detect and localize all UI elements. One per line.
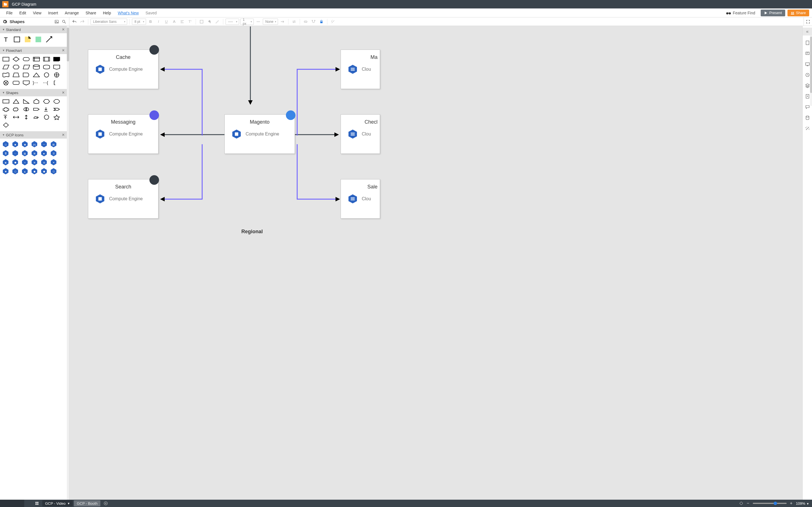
collapse-dock-button[interactable]: « [803, 27, 812, 36]
section-gcp-header[interactable]: ▼ GCP Icons × [0, 131, 67, 138]
text-tool[interactable]: T [2, 36, 10, 43]
gcp-shape[interactable]: ✱ [2, 168, 9, 175]
gcp-shape[interactable]: ⬟ [41, 168, 47, 175]
flowchart-shape[interactable]: ⋯{ [43, 80, 50, 86]
menu-file[interactable]: File [3, 8, 16, 17]
dock-magic-button[interactable] [804, 125, 811, 132]
gcp-shape[interactable]: ✦ [50, 159, 57, 166]
basic-shape[interactable] [2, 99, 10, 104]
connector[interactable] [295, 66, 342, 137]
connector[interactable] [248, 26, 253, 108]
basic-shape[interactable] [43, 114, 50, 120]
basic-shape[interactable] [2, 122, 10, 128]
basic-shape[interactable] [12, 107, 20, 112]
menu-edit[interactable]: Edit [16, 8, 30, 17]
zoom-value[interactable]: 109%▼ [796, 501, 809, 506]
shape-fill-button[interactable] [206, 18, 213, 25]
basic-shape[interactable] [12, 114, 20, 120]
gcp-shape[interactable]: ⬢ [12, 159, 18, 166]
flowchart-shape[interactable] [12, 64, 20, 70]
connector[interactable] [158, 144, 204, 203]
dock-history-button[interactable] [804, 71, 811, 78]
wand-button[interactable] [329, 18, 336, 25]
gcp-shape[interactable]: ◉ [21, 141, 28, 148]
note-tool[interactable] [24, 36, 32, 43]
basic-shape[interactable] [2, 114, 10, 120]
magnet-button[interactable] [310, 18, 317, 25]
dock-comments-button[interactable] [804, 50, 811, 57]
shape-outline-button[interactable] [198, 18, 205, 25]
close-icon[interactable]: × [62, 48, 64, 53]
basic-shape[interactable] [22, 107, 30, 112]
flowchart-shape[interactable] [53, 56, 60, 62]
gcp-shape[interactable]: ▥ [21, 150, 28, 157]
share-button[interactable]: Share [788, 10, 809, 16]
gcp-shape[interactable]: ⬠ [50, 168, 57, 175]
canvas-scrollbar[interactable] [810, 36, 812, 106]
basic-shape[interactable] [53, 107, 60, 112]
menu-insert[interactable]: Insert [45, 8, 61, 17]
gcp-shape[interactable]: ◻ [2, 141, 9, 148]
text-options-button[interactable]: T• [187, 18, 193, 25]
basic-shape[interactable] [53, 99, 60, 104]
menu-share[interactable]: Share [82, 8, 100, 17]
arrow-end-button[interactable] [279, 18, 286, 25]
basic-shape[interactable] [33, 99, 40, 104]
flowchart-shape[interactable] [12, 80, 20, 86]
connector[interactable] [158, 66, 204, 137]
comment-dot[interactable] [149, 45, 159, 55]
undo-button[interactable] [71, 18, 78, 25]
section-shapes-header[interactable]: ▼ Shapes × [0, 89, 67, 96]
dock-layers-button[interactable] [804, 82, 811, 89]
italic-button[interactable]: I [155, 18, 162, 25]
gcp-shape[interactable]: ■ [41, 150, 47, 157]
flowchart-shape[interactable] [2, 72, 10, 78]
gcp-shape[interactable]: ☰ [50, 150, 57, 157]
present-button[interactable]: Present [761, 10, 785, 16]
dock-image-button[interactable] [804, 93, 811, 100]
bold-button[interactable]: B [147, 18, 154, 25]
lock-button[interactable] [318, 18, 325, 25]
gcp-shape[interactable]: ≣ [2, 150, 9, 157]
outline-view-button[interactable] [24, 500, 33, 507]
flowchart-shape[interactable] [43, 64, 50, 70]
basic-shape[interactable] [12, 99, 20, 104]
add-page-button[interactable] [102, 500, 109, 507]
flowchart-shape[interactable] [22, 64, 30, 70]
gcp-shape[interactable]: ◆ [12, 141, 18, 148]
sticky-tool[interactable] [35, 36, 42, 43]
flowchart-shape[interactable] [22, 80, 30, 86]
basic-shape[interactable] [53, 114, 60, 120]
dock-chat-button[interactable] [804, 104, 811, 110]
basic-shape[interactable] [22, 114, 30, 120]
close-icon[interactable]: × [62, 90, 64, 95]
card-check[interactable]: Checl Clou [341, 114, 380, 154]
fullscreen-button[interactable] [804, 17, 812, 25]
flowchart-shape[interactable] [33, 64, 40, 70]
gcp-shape[interactable]: ⌖ [21, 159, 28, 166]
card-cache[interactable]: Cache Compute Engine [88, 50, 158, 89]
card-sale[interactable]: Sale Clou [341, 179, 380, 219]
link-button[interactable] [302, 18, 309, 25]
gcp-shape[interactable]: 〰 [41, 141, 47, 148]
locate-icon[interactable] [739, 501, 743, 505]
swap-ends-button[interactable] [291, 18, 297, 25]
canvas[interactable]: Magento Compute Engine Cache Compute Eng… [72, 35, 802, 500]
flowchart-shape[interactable] [53, 72, 60, 78]
gcp-shape[interactable]: ⋯ [12, 150, 18, 157]
zoom-slider[interactable] [753, 503, 786, 504]
zoom-out-button[interactable]: − [746, 501, 750, 506]
card-search[interactable]: Search Compute Engine [88, 179, 158, 219]
insert-image-button[interactable] [54, 19, 59, 24]
dock-page-button[interactable] [804, 40, 811, 46]
card-messaging[interactable]: Messaging Compute Engine [88, 114, 158, 154]
menu-arrange[interactable]: Arrange [61, 8, 82, 17]
gcp-shape[interactable]: ⊞ [31, 150, 38, 157]
dock-data-button[interactable] [804, 114, 811, 121]
canvas-viewport[interactable]: Magento Compute Engine Cache Compute Eng… [69, 26, 802, 500]
arrow-tool[interactable] [45, 36, 53, 43]
page-tab-inactive[interactable]: GCP - Booth [74, 500, 100, 506]
card-ma[interactable]: Ma Clou [341, 50, 380, 89]
basic-shape[interactable] [43, 99, 50, 104]
comment-dot[interactable] [286, 110, 296, 120]
